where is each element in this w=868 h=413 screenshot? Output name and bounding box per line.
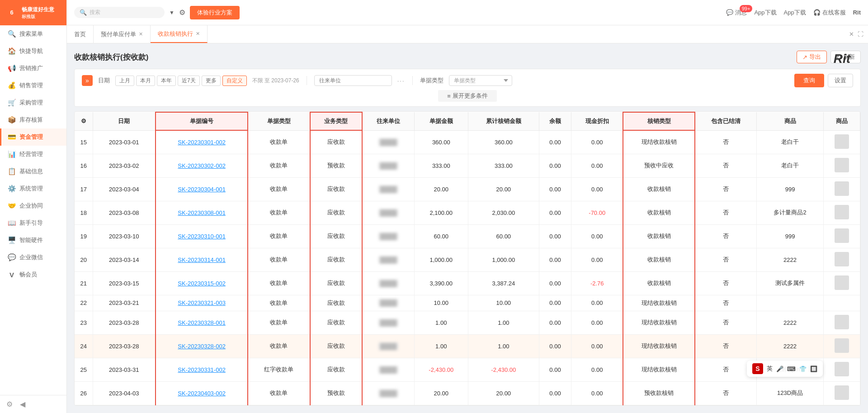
solution-button[interactable]: 体验行业方案 xyxy=(190,6,240,19)
sidebar-item-hardware[interactable]: 🖥️ 智能硬件 xyxy=(0,232,66,249)
sidebar-item-guide[interactable]: 📖 新手引导 xyxy=(0,214,66,232)
cell-biz-type: 应收款 xyxy=(310,177,363,201)
tabs-right-actions: ✕ ⛶ xyxy=(849,25,868,43)
table-row[interactable]: 20 2023-03-14 SK-20230314-001 收款单 应收款 ██… xyxy=(75,248,860,271)
expand-button[interactable]: ≡ 展开更多条件 xyxy=(438,90,497,102)
setting-button[interactable]: 设置 xyxy=(828,74,853,87)
user-name[interactable]: Rit xyxy=(853,9,861,16)
btn-7days[interactable]: 近7天 xyxy=(178,76,200,86)
th-bill-no: 单据编号 xyxy=(156,112,248,130)
tab-writeoff[interactable]: 收款核销执行 ✕ xyxy=(151,25,208,43)
bill-type-select[interactable]: 单据类型 xyxy=(449,75,512,86)
th-amount: 单据金额 xyxy=(414,112,468,130)
topbar-search[interactable]: 🔍 搜索 xyxy=(74,7,165,18)
partner-input[interactable] xyxy=(314,75,392,86)
cell-write-off-type: 收款核销 xyxy=(623,271,695,295)
sidebar-item-sales[interactable]: 💰 销售管理 xyxy=(0,77,66,94)
cell-bill-no[interactable]: SK-20230308-001 xyxy=(156,201,248,224)
cell-write-off-type: 收款核销 xyxy=(623,201,695,224)
cell-bill-no[interactable]: SK-20230321-003 xyxy=(156,295,248,311)
table-row[interactable]: 15 2023-03-01 SK-20230301-002 收款单 应收款 ██… xyxy=(75,130,860,154)
table-row[interactable]: 16 2023-03-02 SK-20230302-002 收款单 预收款 ██… xyxy=(75,154,860,177)
table-row[interactable]: 22 2023-03-21 SK-20230321-003 收款单 应收款 ██… xyxy=(75,295,860,311)
tab-expand-icon[interactable]: ⛶ xyxy=(858,31,863,38)
cell-bill-no[interactable]: SK-20230302-002 xyxy=(156,154,248,177)
table-wrap[interactable]: ⚙ 日期 单据编号 单据类型 业务类型 往来单位 单据金额 累计核销金额 余额 … xyxy=(75,112,860,405)
sidebar-item-system[interactable]: ⚙️ 系统管理 xyxy=(0,180,66,197)
sidebar: 6 畅康道好生意 标推版 🔍 搜索菜单 🏠 快捷导航 📢 营销推广 💰 销售管理… xyxy=(0,0,67,413)
sidebar-item-operation[interactable]: 📊 经营管理 xyxy=(0,146,66,163)
collapse-icon[interactable]: ◀ xyxy=(20,400,25,408)
tab-writeoff-close[interactable]: ✕ xyxy=(196,31,200,37)
tab-prepay[interactable]: 预付单应付单 ✕ xyxy=(94,25,151,43)
table-row[interactable]: 26 2023-04-03 SK-20230403-002 收款单 预收款 ██… xyxy=(75,381,860,405)
query-button[interactable]: 查询 xyxy=(794,74,824,87)
tab-close-all-icon[interactable]: ✕ xyxy=(849,31,854,38)
sidebar-item-wechat[interactable]: 💬 企业微信 xyxy=(0,249,66,266)
cell-product2 xyxy=(823,295,860,311)
table-row[interactable]: 24 2023-03-28 SK-20230328-002 收款单 应收款 ██… xyxy=(75,334,860,358)
member-icon: V xyxy=(8,271,16,279)
cell-bill-no[interactable]: SK-20230328-002 xyxy=(156,334,248,358)
sidebar-item-search[interactable]: 🔍 搜索菜单 xyxy=(0,25,66,43)
sidebar-item-purchase[interactable]: 🛒 采购管理 xyxy=(0,94,66,111)
table-row[interactable]: 17 2023-03-04 SK-20230304-001 收款单 应收款 ██… xyxy=(75,177,860,201)
cell-write-off-type: 现结收款核销 xyxy=(623,358,695,381)
sidebar-item-inventory[interactable]: 📦 库存核算 xyxy=(0,111,66,128)
guide-icon: 📖 xyxy=(8,219,16,227)
cell-no: 24 xyxy=(75,334,93,358)
btn-more-date[interactable]: 更多 xyxy=(202,76,221,86)
online-service[interactable]: 🎧 在线客服 xyxy=(813,9,846,17)
table-row[interactable]: 27 2023-04-08 SK-20230408-001 收款单 应收款 ██… xyxy=(75,405,860,405)
export-button[interactable]: ↗ 导出 xyxy=(797,51,827,63)
cell-write-off-amount: -2,430.00 xyxy=(468,358,539,381)
cell-bill-type: 收款单 xyxy=(248,201,310,224)
table-row[interactable]: 25 2023-03-31 SK-20230331-002 红字收款单 应收款 … xyxy=(75,358,860,381)
btn-custom-date[interactable]: 自定义 xyxy=(222,76,247,86)
cell-bill-no[interactable]: SK-20230408-001 xyxy=(156,405,248,405)
cell-bill-no[interactable]: SK-20230315-002 xyxy=(156,271,248,295)
cell-bill-no[interactable]: SK-20230301-002 xyxy=(156,130,248,154)
th-settings[interactable]: ⚙ xyxy=(75,112,93,130)
tab-home[interactable]: 首页 xyxy=(67,25,94,43)
message-badge[interactable]: 💬 消息 99+ xyxy=(726,9,747,17)
filter-toggle[interactable]: » xyxy=(82,75,93,86)
cell-write-off-type: 现结收款核销 xyxy=(623,405,695,405)
sidebar-item-quicknav[interactable]: 🏠 快捷导航 xyxy=(0,43,66,60)
btn-this-month[interactable]: 本月 xyxy=(136,76,155,86)
cell-bill-no[interactable]: SK-20230314-001 xyxy=(156,248,248,271)
cell-bill-no[interactable]: SK-20230403-002 xyxy=(156,381,248,405)
app-download-text[interactable]: App下载 xyxy=(784,9,806,17)
topbar-dropdown[interactable]: ▼ xyxy=(169,9,175,16)
table-row[interactable]: 21 2023-03-15 SK-20230315-002 收款单 应收款 ██… xyxy=(75,271,860,295)
cell-write-off-amount: 20.00 xyxy=(468,177,539,201)
tab-prepay-close[interactable]: ✕ xyxy=(139,31,143,37)
cell-biz-type: 应收款 xyxy=(310,248,363,271)
sidebar-item-marketing[interactable]: 📢 营销推广 xyxy=(0,60,66,77)
btn-last-month[interactable]: 上月 xyxy=(115,76,134,86)
cell-bill-no[interactable]: SK-20230328-001 xyxy=(156,311,248,334)
app-download-link[interactable]: App下载 xyxy=(754,9,776,17)
column-settings-icon[interactable]: ⚙ xyxy=(81,118,86,124)
cell-bill-no[interactable]: SK-20230304-001 xyxy=(156,177,248,201)
table-row[interactable]: 23 2023-03-28 SK-20230328-001 收款单 应收款 ██… xyxy=(75,311,860,334)
sidebar-item-member[interactable]: V 畅会员 xyxy=(0,266,66,283)
cell-balance: 0.00 xyxy=(539,334,571,358)
sidebar-item-label: 资金管理 xyxy=(19,133,43,141)
cell-include-settled: 否 xyxy=(695,271,756,295)
sidebar-item-basic[interactable]: 📋 基础信息 xyxy=(0,163,66,180)
cell-balance: 0.00 xyxy=(539,358,571,381)
cell-bill-type: 收款单 xyxy=(248,334,310,358)
table-row[interactable]: 18 2023-03-08 SK-20230308-001 收款单 应收款 ██… xyxy=(75,201,860,224)
th-partner: 往来单位 xyxy=(362,112,414,130)
settings-footer-icon[interactable]: ⚙ xyxy=(6,400,13,408)
cell-no: 20 xyxy=(75,248,93,271)
sidebar-item-corp[interactable]: 🤝 企业协同 xyxy=(0,197,66,214)
cell-balance: 0.00 xyxy=(539,177,571,201)
table-row[interactable]: 19 2023-03-10 SK-20230310-001 收款单 应收款 ██… xyxy=(75,224,860,248)
topbar-gear-icon[interactable]: ⚙ xyxy=(179,8,185,17)
cell-bill-no[interactable]: SK-20230331-002 xyxy=(156,358,248,381)
sidebar-item-funds[interactable]: 💳 资金管理 xyxy=(0,128,66,146)
btn-this-year[interactable]: 本年 xyxy=(157,76,176,86)
cell-bill-no[interactable]: SK-20230310-001 xyxy=(156,224,248,248)
